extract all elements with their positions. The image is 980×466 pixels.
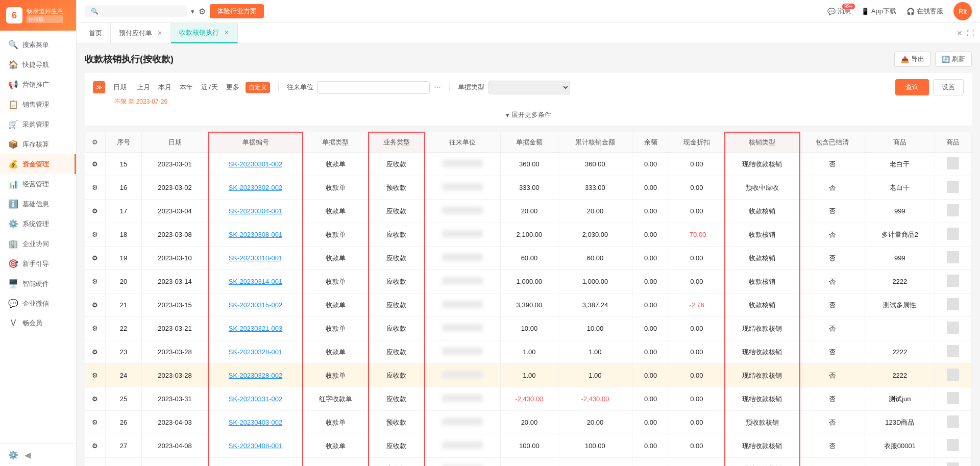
sidebar-item-finance[interactable]: 💰资金管理: [0, 154, 76, 174]
date-option-本年[interactable]: 本年: [178, 82, 195, 93]
sidebar-item-marketing[interactable]: 📢营销推广: [0, 75, 76, 94]
cell-3[interactable]: SK-20230331-002: [208, 387, 303, 411]
cell-5: 预收款: [369, 411, 425, 434]
filter-settings-btn[interactable]: 设置: [933, 79, 964, 95]
close-all-icon[interactable]: ✕: [957, 29, 963, 37]
notification-item[interactable]: 💬 消息 99+: [827, 7, 851, 16]
cell-14: [935, 293, 971, 317]
cell-11: 现结收款核销: [725, 153, 800, 176]
cell-3[interactable]: SK-20230308-001: [208, 223, 303, 247]
cell-3[interactable]: SK-20230328-002: [208, 364, 303, 387]
row-gear-icon[interactable]: ⚙: [92, 207, 98, 215]
date-custom-btn[interactable]: 自定义: [246, 82, 270, 93]
doc-link[interactable]: SK-20230310-001: [229, 254, 283, 262]
doc-link[interactable]: SK-20230321-003: [229, 325, 283, 332]
collapse-icon[interactable]: ◀: [24, 450, 31, 460]
doc-link[interactable]: SK-20230328-001: [229, 348, 283, 356]
date-option-本月[interactable]: 本月: [156, 82, 174, 93]
doc-link[interactable]: SK-20230315-002: [229, 301, 283, 309]
sidebar-item-search[interactable]: 🔍搜索菜单: [0, 35, 76, 55]
sidebar-item-shortcut[interactable]: 🏠快捷导航: [0, 55, 76, 75]
doc-link[interactable]: SK-20230408-001: [229, 442, 283, 450]
cell-3[interactable]: SK-20230301-002: [208, 153, 303, 176]
sidebar-item-system[interactable]: ⚙️系统管理: [0, 214, 76, 234]
cell-13: 2222: [865, 270, 935, 293]
tab-home[interactable]: 首页: [81, 23, 111, 43]
cell-5: 应收款: [369, 153, 425, 176]
online-service[interactable]: 🎧 在线客服: [906, 7, 943, 16]
row-gear-icon[interactable]: ⚙: [92, 348, 98, 356]
doc-link[interactable]: SK-20230328-002: [229, 372, 283, 379]
sidebar-item-operations[interactable]: 📊经营管理: [0, 174, 76, 194]
cell-3[interactable]: SK-20230418-001: [208, 458, 303, 467]
doc-link[interactable]: SK-20230304-001: [229, 207, 283, 215]
row-gear-icon[interactable]: ⚙: [92, 325, 98, 332]
doc-link[interactable]: SK-20230403-002: [229, 419, 283, 426]
cell-3[interactable]: SK-20230315-002: [208, 293, 303, 317]
industry-btn[interactable]: 体验行业方案: [210, 4, 264, 18]
date-option-近7天[interactable]: 近7天: [199, 82, 220, 93]
cell-10: 0.00: [669, 317, 725, 340]
header-dropdown[interactable]: ▾: [191, 8, 194, 15]
dots-icon[interactable]: ···: [434, 83, 440, 92]
cell-3[interactable]: SK-20230304-001: [208, 200, 303, 223]
header-gear-icon[interactable]: ⚙: [199, 7, 206, 16]
refresh-icon: 🔄: [942, 56, 950, 63]
tab-close-collection[interactable]: ✕: [224, 29, 229, 36]
partner-input[interactable]: [317, 81, 430, 94]
sidebar-item-guide[interactable]: 🎯新手引导: [0, 254, 76, 274]
sidebar-item-basics[interactable]: ℹ️基础信息: [0, 194, 76, 214]
doc-link[interactable]: SK-20230331-002: [229, 395, 283, 403]
expand-more-btn[interactable]: ▾ 展开更多条件: [93, 110, 964, 119]
doc-link[interactable]: SK-20230301-002: [229, 160, 283, 168]
filter-expand-btn[interactable]: ≫: [93, 81, 105, 93]
date-option-更多[interactable]: 更多: [224, 82, 241, 93]
row-gear-icon[interactable]: ⚙: [92, 254, 98, 262]
cell-3[interactable]: SK-20230302-002: [208, 176, 303, 200]
doc-type-select[interactable]: [488, 81, 570, 94]
row-gear-icon[interactable]: ⚙: [92, 184, 98, 191]
sidebar-item-inventory[interactable]: 📦库存核算: [0, 134, 76, 154]
sidebar-item-wechat[interactable]: 💬企业微信: [0, 293, 76, 313]
date-option-上月[interactable]: 上月: [135, 82, 152, 93]
tab-prepay[interactable]: 预付应付单✕: [111, 23, 171, 43]
cell-3[interactable]: SK-20230408-001: [208, 434, 303, 458]
cell-3[interactable]: SK-20230403-002: [208, 411, 303, 434]
tab-close-prepay[interactable]: ✕: [157, 30, 162, 37]
user-avatar[interactable]: Rit: [953, 2, 972, 20]
row-gear-icon[interactable]: ⚙: [92, 372, 98, 379]
cell-3[interactable]: SK-20230310-001: [208, 247, 303, 270]
tab-collection[interactable]: 收款核销执行✕: [171, 23, 238, 43]
cell-1: 17: [105, 200, 142, 223]
sidebar-item-sales[interactable]: 📋销售管理: [0, 94, 76, 114]
export-btn[interactable]: 📤 导出: [894, 52, 931, 67]
row-gear-icon[interactable]: ⚙: [92, 395, 98, 403]
cell-3[interactable]: SK-20230321-003: [208, 317, 303, 340]
cell-3[interactable]: SK-20230314-001: [208, 270, 303, 293]
row-gear-icon[interactable]: ⚙: [92, 278, 98, 285]
row-gear-icon[interactable]: ⚙: [92, 301, 98, 309]
sidebar-item-purchase[interactable]: 🛒采购管理: [0, 114, 76, 134]
sidebar-item-hardware[interactable]: 🖥️智能硬件: [0, 274, 76, 293]
row-gear-icon[interactable]: ⚙: [92, 442, 98, 450]
sidebar-item-corp[interactable]: 🏢企业协同: [0, 234, 76, 254]
cell-2: 2023-03-08: [142, 223, 208, 247]
doc-link[interactable]: SK-20230314-001: [229, 278, 283, 285]
header-search-box[interactable]: 🔍: [85, 6, 187, 17]
row-gear-icon[interactable]: ⚙: [92, 160, 98, 168]
fullscreen-icon[interactable]: ⛶: [967, 29, 974, 37]
refresh-btn[interactable]: 🔄 刷新: [935, 52, 972, 67]
settings-icon[interactable]: ⚙️: [8, 450, 18, 460]
row-gear-icon[interactable]: ⚙: [92, 231, 98, 238]
cell-11: 收款核销: [725, 270, 800, 293]
gear-icon[interactable]: ⚙: [92, 138, 98, 146]
doc-link[interactable]: SK-20230308-001: [229, 231, 283, 238]
cell-13: 123D商品: [865, 411, 935, 434]
doc-link[interactable]: SK-20230302-002: [229, 184, 283, 191]
row-gear-icon[interactable]: ⚙: [92, 419, 98, 426]
query-btn[interactable]: 查询: [895, 79, 929, 95]
cell-3[interactable]: SK-20230328-001: [208, 340, 303, 364]
app-download[interactable]: 📱 App下载: [861, 7, 896, 16]
sidebar-menu: 🔍搜索菜单🏠快捷导航📢营销推广📋销售管理🛒采购管理📦库存核算💰资金管理📊经营管理…: [0, 31, 76, 444]
sidebar-item-member[interactable]: V畅会员: [0, 313, 76, 333]
